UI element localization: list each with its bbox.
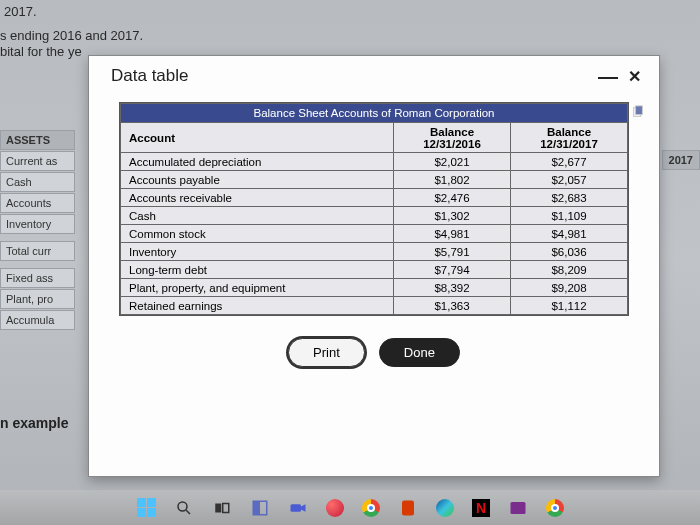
cell-account: Accumulated depreciation <box>121 153 394 171</box>
col-header-2017: Balance12/31/2017 <box>511 123 628 153</box>
cell-2016: $1,302 <box>394 207 511 225</box>
cell-2017: $1,112 <box>511 297 628 315</box>
table-title-text: Balance Sheet Accounts of Roman Corporat… <box>253 107 494 119</box>
svg-rect-8 <box>291 504 302 512</box>
cell-account: Plant, property, and equipment <box>121 279 394 297</box>
modal-window-controls: — ✕ <box>598 67 641 86</box>
chrome-icon[interactable] <box>362 499 380 517</box>
bg-text-2: s ending 2016 and 2017. <box>0 28 143 43</box>
cell-2016: $1,802 <box>394 171 511 189</box>
bg-sidebar-cell: Accumula <box>0 310 75 330</box>
table-row: Accounts receivable$2,476$2,683 <box>121 189 628 207</box>
cell-2017: $6,036 <box>511 243 628 261</box>
svg-rect-7 <box>253 501 260 515</box>
bg-right-tag: 2017 <box>662 150 700 170</box>
app-icon-1[interactable] <box>250 498 270 518</box>
table-title: Balance Sheet Accounts of Roman Corporat… <box>121 104 628 123</box>
svg-rect-10 <box>402 500 414 515</box>
cell-2017: $1,109 <box>511 207 628 225</box>
search-icon[interactable] <box>174 498 194 518</box>
cell-account: Accounts receivable <box>121 189 394 207</box>
netflix-icon[interactable]: N <box>472 499 490 517</box>
cell-2017: $2,683 <box>511 189 628 207</box>
bg-text-1: 2017. <box>4 4 37 19</box>
table-row: Accumulated depreciation$2,021$2,677 <box>121 153 628 171</box>
col-header-2016: Balance12/31/2016 <box>394 123 511 153</box>
cell-2016: $2,021 <box>394 153 511 171</box>
table-row: Long-term debt$7,794$8,209 <box>121 261 628 279</box>
cell-account: Accounts payable <box>121 171 394 189</box>
svg-rect-1 <box>635 106 642 115</box>
svg-rect-4 <box>215 503 221 512</box>
bg-sidebar-cell: Inventory <box>0 214 75 234</box>
cell-2016: $1,363 <box>394 297 511 315</box>
bg-sidebar-cell: ASSETS <box>0 130 75 150</box>
cell-2016: $8,392 <box>394 279 511 297</box>
taskview-icon[interactable] <box>212 498 232 518</box>
print-button[interactable]: Print <box>288 338 365 367</box>
cell-2017: $2,677 <box>511 153 628 171</box>
bg-sidebar-cell: Plant, pro <box>0 289 75 309</box>
cell-2017: $4,981 <box>511 225 628 243</box>
bg-text-3: bital for the ye <box>0 44 82 59</box>
windows-taskbar: N <box>0 490 700 525</box>
cell-2017: $2,057 <box>511 171 628 189</box>
data-table-modal: Data table — ✕ Balance Sheet Accounts of… <box>88 55 660 477</box>
app-icon-2[interactable] <box>508 498 528 518</box>
svg-line-3 <box>186 510 190 514</box>
cell-account: Retained earnings <box>121 297 394 315</box>
table-row: Plant, property, and equipment$8,392$9,2… <box>121 279 628 297</box>
svg-rect-5 <box>223 503 229 512</box>
edge-icon[interactable] <box>436 499 454 517</box>
balance-sheet-table-wrap: Balance Sheet Accounts of Roman Corporat… <box>119 102 629 316</box>
app-icon-red[interactable] <box>326 499 344 517</box>
table-row: Cash$1,302$1,109 <box>121 207 628 225</box>
col-header-account: Account <box>121 123 394 153</box>
cell-2017: $8,209 <box>511 261 628 279</box>
svg-point-2 <box>178 502 187 511</box>
copy-icon[interactable] <box>631 105 645 119</box>
cell-2016: $7,794 <box>394 261 511 279</box>
chrome-icon-2[interactable] <box>546 499 564 517</box>
cell-2017: $9,208 <box>511 279 628 297</box>
table-row: Common stock$4,981$4,981 <box>121 225 628 243</box>
bg-sidebar-cell: Accounts <box>0 193 75 213</box>
bg-example-text: n example <box>0 415 68 431</box>
cell-2016: $2,476 <box>394 189 511 207</box>
modal-header: Data table — ✕ <box>89 56 659 92</box>
close-icon[interactable]: ✕ <box>628 67 641 86</box>
table-row: Inventory$5,791$6,036 <box>121 243 628 261</box>
start-icon[interactable] <box>136 498 156 518</box>
office-icon[interactable] <box>398 498 418 518</box>
svg-marker-9 <box>301 504 306 512</box>
cell-account: Common stock <box>121 225 394 243</box>
bg-sidebar-cell: Current as <box>0 151 75 171</box>
modal-footer: Print Done <box>89 338 659 367</box>
table-row: Accounts payable$1,802$2,057 <box>121 171 628 189</box>
cell-2016: $5,791 <box>394 243 511 261</box>
bg-sidebar-cell: Fixed ass <box>0 268 75 288</box>
table-body: Accumulated depreciation$2,021$2,677Acco… <box>121 153 628 315</box>
modal-title: Data table <box>111 66 189 86</box>
svg-rect-11 <box>511 502 526 514</box>
camera-icon[interactable] <box>288 498 308 518</box>
table-row: Retained earnings$1,363$1,112 <box>121 297 628 315</box>
bg-sidebar-cell: Cash <box>0 172 75 192</box>
balance-sheet-table: Balance Sheet Accounts of Roman Corporat… <box>120 103 628 315</box>
minimize-icon[interactable]: — <box>598 71 618 81</box>
cell-account: Cash <box>121 207 394 225</box>
background-sidebar: ASSETSCurrent asCashAccountsInventoryTot… <box>0 130 75 331</box>
bg-sidebar-cell: Total curr <box>0 241 75 261</box>
done-button[interactable]: Done <box>379 338 460 367</box>
cell-account: Inventory <box>121 243 394 261</box>
cell-account: Long-term debt <box>121 261 394 279</box>
cell-2016: $4,981 <box>394 225 511 243</box>
